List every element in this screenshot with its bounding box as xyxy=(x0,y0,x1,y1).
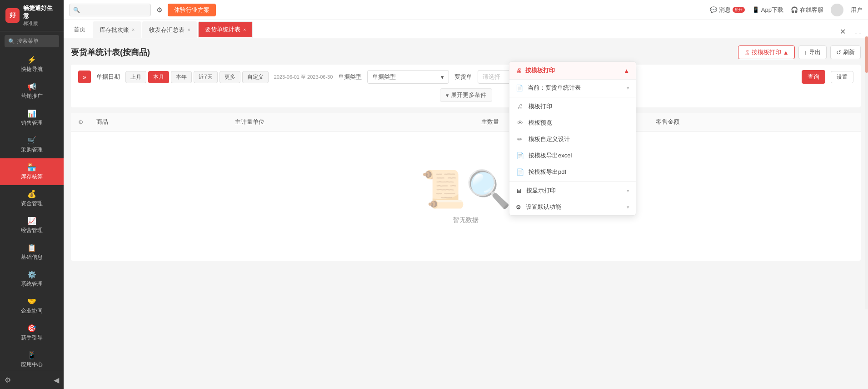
order-type-value: 单据类型 xyxy=(372,73,396,81)
print-template-button[interactable]: 🖨 按模板打印 ▲ xyxy=(738,45,795,59)
apps-label: 应用中心 xyxy=(21,361,43,369)
maximize-button[interactable]: ⛶ xyxy=(852,25,864,38)
date-btn-more[interactable]: 更多 xyxy=(219,71,240,83)
tab-order-stats[interactable]: 要货单统计表 × xyxy=(198,21,253,38)
corp-icon: 🤝 xyxy=(27,297,36,306)
date-btn-current-month[interactable]: 本月 xyxy=(148,71,169,83)
table-header-row: ⚙ 商品 主计量单位 主数量 零售金额 xyxy=(71,113,861,131)
scrollbar-thumb[interactable] xyxy=(865,36,868,73)
collapse-icon[interactable]: ◀ xyxy=(54,376,59,384)
template-export-pdf-item[interactable]: 📄 按模板导出pdf xyxy=(509,164,636,180)
order-goods-label: 要货单 xyxy=(454,73,472,81)
template-print-item[interactable]: 🖨 模板打印 xyxy=(509,98,636,115)
template-export-pdf-label: 按模板导出pdf xyxy=(529,168,566,176)
sidebar-item-basics[interactable]: 📋 基础信息 xyxy=(0,239,64,266)
retail-col-label: 零售金额 xyxy=(656,118,679,125)
service-icon: 🎧 xyxy=(791,6,798,13)
current-template-item[interactable]: 📄 当前：要货单统计表 ▾ xyxy=(509,80,636,96)
sidebar-item-system[interactable]: ⚙️ 系统管理 xyxy=(0,266,64,293)
display-print-icon: 🖥 xyxy=(516,187,522,194)
dropdown-close-chevron[interactable]: ▲ xyxy=(624,67,629,74)
expand-more-button[interactable]: ▾ 展开更多条件 xyxy=(440,88,492,102)
date-btn-last-month[interactable]: 上月 xyxy=(125,71,146,83)
sidebar-item-purchase[interactable]: 🛒 采购管理 xyxy=(0,131,64,158)
batch-account-tab-close[interactable]: × xyxy=(132,27,135,32)
topbar: 🔍 ⚙ 体验行业方案 💬 消息 99+ 📱 App下载 🎧 在线客服 用户 xyxy=(64,0,868,20)
topbar-search[interactable]: 🔍 xyxy=(69,4,151,16)
data-table: ⚙ 商品 主计量单位 主数量 零售金额 xyxy=(71,113,861,261)
empty-text: 暂无数据 xyxy=(453,216,479,224)
order-type-chevron: ▾ xyxy=(441,74,444,81)
app-download-button[interactable]: 📱 App下载 xyxy=(752,6,783,14)
template-design-item[interactable]: ✏ 模板自定义设计 xyxy=(509,131,636,147)
order-stats-tab-close[interactable]: × xyxy=(243,27,246,32)
refresh-button[interactable]: ↺ 刷新 xyxy=(830,45,861,59)
dropdown-header[interactable]: 🖨 按模板打印 ▲ xyxy=(509,62,636,80)
template-preview-item[interactable]: 👁 模板预览 xyxy=(509,115,636,131)
refresh-icon: ↺ xyxy=(836,49,841,56)
collection-summary-tab-label: 收发存汇总表 xyxy=(149,26,185,34)
sidebar-item-marketing[interactable]: 📢 营销推广 xyxy=(0,78,64,105)
sidebar-item-quick-nav[interactable]: ⚡ 快捷导航 xyxy=(0,51,64,78)
app-logo: 好 畅捷通好生意 标准版 xyxy=(0,0,64,31)
tab-home[interactable]: 首页 xyxy=(67,21,92,38)
edition-label: 标准版 xyxy=(23,20,58,26)
empty-icon: 📜🔍 xyxy=(420,168,511,211)
template-export-excel-icon: 📄 xyxy=(516,152,524,159)
basics-icon: 📋 xyxy=(27,243,36,252)
topbar-search-icon: 🔍 xyxy=(73,7,80,13)
export-button[interactable]: ↑ 导出 xyxy=(798,45,827,59)
topbar-gear-icon[interactable]: ⚙ xyxy=(156,6,162,14)
page-header: 要货单统计表(按商品) 🖨 按模板打印 ▲ ↑ 导出 ↺ 刷新 xyxy=(71,45,861,59)
filter-toggle-button[interactable]: » xyxy=(78,71,91,83)
marketing-label: 营销推广 xyxy=(21,92,43,100)
filter-section: » 单据日期 上月 本月 本年 近7天 更多 自定义 2023-06-01 至 … xyxy=(71,65,861,107)
message-button[interactable]: 💬 消息 99+ xyxy=(710,6,745,14)
close-tab-button[interactable]: ✕ xyxy=(836,25,849,38)
order-stats-tab-label: 要货单统计表 xyxy=(205,25,240,34)
sidebar-item-operations[interactable]: 📈 经营管理 xyxy=(0,212,64,239)
tab-collection-summary[interactable]: 收发存汇总表 × xyxy=(142,21,197,38)
settings-bottom-icon[interactable]: ⚙ xyxy=(5,376,11,384)
sidebar-item-finance[interactable]: 💰 资金管理 xyxy=(0,185,64,212)
display-print-item[interactable]: 🖥 按显示打印 ▾ xyxy=(509,182,636,199)
app-icon: 📱 xyxy=(752,6,759,13)
date-btn-custom[interactable]: 自定义 xyxy=(242,71,269,83)
collection-summary-tab-close[interactable]: × xyxy=(187,27,190,32)
tab-batch-account[interactable]: 库存批次账 × xyxy=(93,21,141,38)
sidebar-item-guide[interactable]: 🎯 新手引导 xyxy=(0,319,64,346)
message-icon: 💬 xyxy=(710,6,717,13)
tabbar: 首页 库存批次账 × 收发存汇总表 × 要货单统计表 × ✕ ⛶ xyxy=(64,20,868,38)
default-function-item[interactable]: ⚙ 设置默认功能 ▾ xyxy=(509,199,636,215)
template-export-excel-item[interactable]: 📄 按模板导出excel xyxy=(509,147,636,164)
apps-icon: 📱 xyxy=(27,351,36,359)
search-icon: 🔍 xyxy=(8,38,15,45)
goods-col-label: 商品 xyxy=(96,118,108,125)
table-column-settings-icon[interactable]: ⚙ xyxy=(76,117,85,126)
order-type-select[interactable]: 单据类型 ▾ xyxy=(367,70,449,84)
sidebar-item-corp[interactable]: 🤝 企业协同 xyxy=(0,293,64,319)
template-design-label: 模板自定义设计 xyxy=(529,135,570,143)
date-btn-current-year[interactable]: 本年 xyxy=(171,71,192,83)
finance-label: 资金管理 xyxy=(21,200,43,207)
query-button[interactable]: 查询 xyxy=(802,70,825,84)
operations-label: 经营管理 xyxy=(21,227,43,234)
template-export-pdf-icon: 📄 xyxy=(516,168,524,176)
date-btn-7days[interactable]: 近7天 xyxy=(194,71,218,83)
trial-button[interactable]: 体验行业方案 xyxy=(168,4,216,16)
sidebar-item-inventory[interactable]: 🏪 库存核算 xyxy=(0,158,64,185)
divider-2 xyxy=(509,181,636,182)
settings-button[interactable]: 设置 xyxy=(831,71,853,83)
print-icon: 🖨 xyxy=(744,49,750,56)
sidebar-item-sales[interactable]: 📊 销售管理 xyxy=(0,105,64,131)
sidebar-item-apps[interactable]: 📱 应用中心 xyxy=(0,346,64,371)
default-function-icon: ⚙ xyxy=(516,204,521,211)
message-label: 消息 xyxy=(719,6,731,14)
template-print-label: 模板打印 xyxy=(529,102,552,111)
online-service-button[interactable]: 🎧 在线客服 xyxy=(791,6,823,14)
message-badge: 99+ xyxy=(733,7,745,13)
user-avatar[interactable] xyxy=(831,4,843,16)
expand-more-row: ▾ 展开更多条件 xyxy=(78,88,853,102)
search-menu[interactable]: 🔍 搜索菜单 xyxy=(5,35,59,47)
table-section: ⚙ 商品 主计量单位 主数量 零售金额 xyxy=(71,113,861,261)
